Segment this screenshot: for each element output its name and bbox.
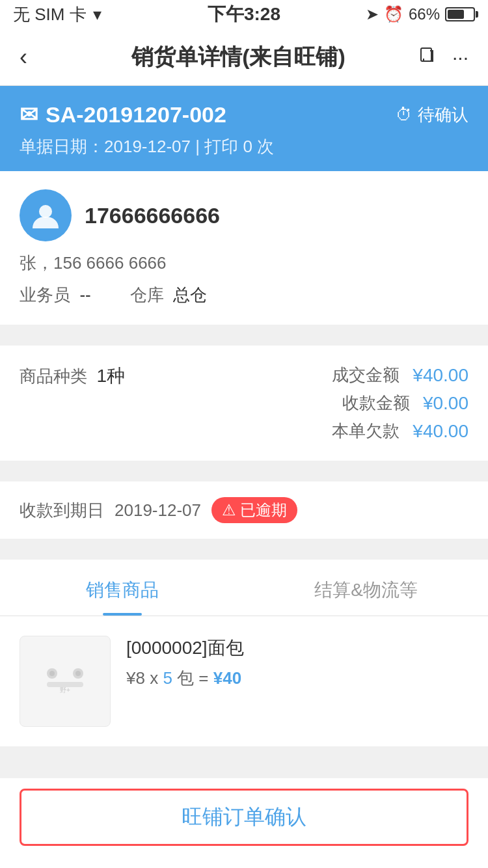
svg-point-5 <box>75 671 81 676</box>
status-right: ➤ ⏰ 66% <box>366 5 475 23</box>
status-clock-icon: ⏱ <box>396 105 413 125</box>
alarm-icon: ⏰ <box>384 5 403 23</box>
stats-card: 商品种类 1种 成交金额 ¥40.00 收款金额 ¥0.00 本单欠款 ¥40.… <box>0 346 488 461</box>
more-button[interactable]: ··· <box>452 46 468 68</box>
tabs-container: 销售商品 结算&物流等 <box>0 560 488 616</box>
page-title: 销货单详情(来自旺铺) <box>59 42 418 72</box>
status-bar: 无 SIM 卡 ▾ 下午3:28 ➤ ⏰ 66% <box>0 0 488 29</box>
collected-row: 收款金额 ¥0.00 <box>342 392 468 414</box>
divider-2 <box>0 471 488 481</box>
product-item: 野+ [0000002]面包 ¥8 x 5 包 = ¥40 <box>0 616 488 746</box>
warehouse-info: 仓库 总仓 <box>130 284 207 306</box>
due-label: 收款到期日 <box>20 499 104 522</box>
divider-3 <box>0 549 488 560</box>
overdue-badge: ⚠ 已逾期 <box>211 497 297 523</box>
due-date: 2019-12-07 <box>115 500 201 521</box>
product-info: [0000002]面包 ¥8 x 5 包 = ¥40 <box>126 636 468 727</box>
overdue-text: 已逾期 <box>240 500 287 521</box>
status-time: 下午3:28 <box>208 2 280 27</box>
customer-detail: 业务员 -- 仓库 总仓 <box>20 284 468 306</box>
due-date-card: 收款到期日 2019-12-07 ⚠ 已逾期 <box>0 481 488 539</box>
svg-point-3 <box>49 671 55 676</box>
battery-percent: 66% <box>409 5 440 23</box>
nav-actions: ··· <box>418 46 468 68</box>
order-header-card: ✉ SA-20191207-002 ⏱ 待确认 单据日期：2019-12-07 … <box>0 86 488 171</box>
bottom-bar: 旺铺订单确认 <box>0 778 488 868</box>
customer-card: 17666666666 张，156 6666 6666 业务员 -- 仓库 总仓 <box>0 171 488 325</box>
wifi-icon: ▾ <box>93 5 102 25</box>
customer-phone: 17666666666 <box>85 203 220 228</box>
product-placeholder-icon: 野+ <box>39 657 91 705</box>
order-meta: 单据日期：2019-12-07 | 打印 0 次 <box>20 135 468 158</box>
order-icon: ✉ <box>20 102 38 128</box>
location-icon: ➤ <box>366 5 379 23</box>
customer-name-info: 张，156 6666 6666 <box>20 252 468 275</box>
product-price-formula: ¥8 x 5 包 = ¥40 <box>126 667 468 690</box>
svg-text:野+: 野+ <box>60 686 70 694</box>
svg-rect-0 <box>421 48 431 61</box>
product-name: [0000002]面包 <box>126 636 468 660</box>
product-type-row: 商品种类 1种 <box>20 364 125 388</box>
owed-row: 本单欠款 ¥40.00 <box>332 420 468 442</box>
divider-1 <box>0 335 488 346</box>
order-id: ✉ SA-20191207-002 <box>20 102 226 128</box>
confirm-button[interactable]: 旺铺订单确认 <box>20 789 468 846</box>
tab-sales[interactable]: 销售商品 <box>0 560 244 616</box>
carrier-text: 无 SIM 卡 <box>13 3 87 26</box>
share-button[interactable] <box>418 46 437 68</box>
amount-stats: 成交金额 ¥40.00 收款金额 ¥0.00 本单欠款 ¥40.00 <box>332 364 468 442</box>
warning-icon: ⚠ <box>222 501 236 519</box>
battery-icon <box>445 7 475 21</box>
order-status-badge: ⏱ 待确认 <box>396 103 468 126</box>
nav-bar: ‹ 销货单详情(来自旺铺) ··· <box>0 29 488 86</box>
svg-point-1 <box>39 205 52 218</box>
product-thumbnail: 野+ <box>20 636 111 727</box>
back-button[interactable]: ‹ <box>20 44 59 71</box>
tab-settlement[interactable]: 结算&物流等 <box>244 560 488 616</box>
product-section: 野+ [0000002]面包 ¥8 x 5 包 = ¥40 <box>0 616 488 746</box>
staff-info: 业务员 -- <box>20 284 91 306</box>
deal-amount-row: 成交金额 ¥40.00 <box>332 364 468 387</box>
customer-avatar <box>20 189 72 241</box>
status-left: 无 SIM 卡 ▾ <box>13 3 102 26</box>
